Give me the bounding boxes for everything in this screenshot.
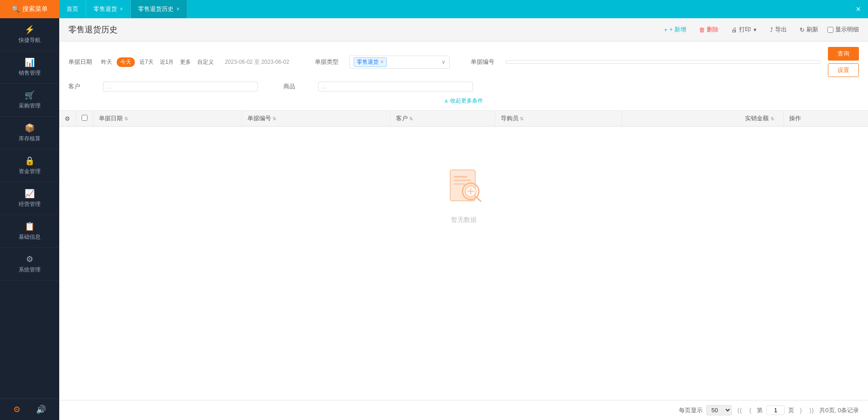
tab-home[interactable]: 首页 [59, 0, 86, 18]
shortcut-today[interactable]: 今天 [117, 57, 135, 67]
table-header-row: ⚙ 单据日期 ⇅ 单据编号 ⇅ [59, 111, 868, 127]
shortcut-7days[interactable]: 近7天 [138, 57, 155, 67]
tab-retail-return[interactable]: 零售退货 × [86, 0, 131, 18]
date-range-value: 2023-06-02 至 2023-06-02 [225, 58, 289, 66]
inventory-icon: 📦 [25, 123, 35, 133]
first-page-btn[interactable]: ⟨⟨ [735, 406, 744, 415]
customer-input[interactable]: ... [103, 82, 258, 92]
doc-type-select[interactable]: 零售退货 × ∨ [349, 56, 450, 69]
empty-state-row: 暂无数据 [59, 127, 868, 261]
display-detail-wrap: 显示明细 [827, 26, 859, 34]
sidebar-item-inventory[interactable]: 📦 库存核算 [0, 117, 59, 149]
select-all-checkbox[interactable] [82, 115, 87, 121]
export-label: 导出 [775, 26, 787, 34]
filter-settings-button[interactable]: 设置 [828, 63, 859, 77]
settings-bottom-icon[interactable]: ⚙ [13, 405, 21, 415]
page-input[interactable] [766, 405, 785, 415]
page-title: 零售退货历史 [68, 24, 118, 35]
print-dropdown-icon: ▼ [753, 27, 757, 32]
th-customer-label: 客户 [396, 115, 408, 122]
amount-sort-icon[interactable]: ⇅ [770, 116, 774, 121]
sales-icon: 📊 [25, 57, 35, 67]
purchase-icon: 🛒 [25, 90, 35, 100]
th-actual-amount-label: 实销金额 [745, 115, 769, 122]
operations-icon: 📈 [25, 189, 35, 199]
page-suffix: 页 [788, 406, 794, 415]
date-shortcuts: 昨天 今天 近7天 近1月 更多 自定义 [99, 57, 216, 67]
sidebar-item-basic-info[interactable]: 📋 基础信息 [0, 215, 59, 248]
tab-list: 首页 零售退货 × 零售退货历史 × [59, 0, 848, 18]
sidebar-item-finance[interactable]: 🔒 资金管理 [0, 149, 59, 182]
refresh-icon: ↻ [800, 26, 805, 33]
th-doc-date-label: 单据日期 [99, 115, 123, 122]
th-settings[interactable]: ⚙ [59, 111, 76, 127]
next-page-btn[interactable]: ⟩ [798, 406, 804, 415]
header-actions: + + 新增 🗑 删除 🖨 打印 ▼ ⤴ 导出 ↻ [660, 24, 859, 36]
per-page-select[interactable]: 50 10 20 100 [706, 405, 732, 415]
search-icon: 🔍 [12, 5, 20, 13]
page-label: 第 [757, 406, 763, 415]
sidebar-item-label-finance: 资金管理 [19, 168, 41, 175]
date-filter-label: 单据日期 [68, 58, 92, 66]
goods-input[interactable]: ... [318, 82, 473, 92]
filter-row-1: 单据日期 昨天 今天 近7天 近1月 更多 自定义 2023-06-02 至 2… [68, 47, 859, 77]
tab-retail-return-history-close[interactable]: × [176, 6, 180, 12]
th-checkbox[interactable] [76, 111, 93, 127]
th-customer: 客户 ⇅ [390, 111, 495, 127]
shortcut-custom[interactable]: 自定义 [195, 57, 216, 67]
th-doc-no-label: 单据编号 [247, 115, 271, 122]
shortcut-more[interactable]: 更多 [178, 57, 193, 67]
sidebar-item-system-mgmt[interactable]: ⚙ 系统管理 [0, 248, 59, 281]
sidebar-item-quick-nav[interactable]: ⚡ 快捷导航 [0, 18, 59, 51]
display-detail-checkbox[interactable] [827, 27, 833, 33]
query-button[interactable]: 查询 [828, 47, 859, 61]
doc-no-input[interactable] [505, 60, 821, 64]
volume-icon[interactable]: 🔊 [36, 405, 46, 415]
sidebar-item-label-quick-nav: 快捷导航 [19, 36, 41, 44]
tab-retail-return-close[interactable]: × [120, 6, 123, 12]
customer-label: 客户 [68, 82, 96, 91]
print-icon: 🖨 [731, 26, 737, 33]
print-label: 打印 [739, 26, 751, 34]
data-table: ⚙ 单据日期 ⇅ 单据编号 ⇅ [59, 111, 868, 261]
print-button[interactable]: 🖨 打印 ▼ [728, 24, 761, 36]
delete-icon: 🗑 [699, 26, 705, 33]
doc-type-chip: 零售退货 × [354, 57, 387, 67]
sidebar-item-sales-mgmt[interactable]: 📊 销售管理 [0, 51, 59, 84]
sidebar: ⚡ 快捷导航 📊 销售管理 🛒 采购管理 📦 库存核算 🔒 资金管理 📈 经营管… [0, 18, 59, 420]
sidebar-item-operations[interactable]: 📈 经营管理 [0, 182, 59, 215]
refresh-button[interactable]: ↻ 刷新 [796, 24, 822, 36]
new-button[interactable]: + + 新增 [660, 24, 690, 36]
sidebar-item-purchase-mgmt[interactable]: 🛒 采购管理 [0, 84, 59, 117]
data-table-wrap: ⚙ 单据日期 ⇅ 单据编号 ⇅ [59, 111, 868, 400]
doc-no-sort-icon[interactable]: ⇅ [272, 116, 276, 121]
sidebar-item-label-operations: 经营管理 [19, 200, 41, 208]
th-doc-no: 单据编号 ⇅ [241, 111, 390, 127]
doc-type-chip-label: 零售退货 [357, 58, 379, 66]
export-button[interactable]: ⤴ 导出 [766, 24, 791, 36]
prev-page-btn[interactable]: ⟨ [747, 406, 753, 415]
customer-sort-icon[interactable]: ⇅ [409, 116, 413, 121]
close-icon: × [856, 5, 861, 14]
search-menu-btn[interactable]: 🔍 搜索菜单 [0, 0, 59, 18]
query-actions: 查询 设置 [828, 47, 859, 77]
pagination: 每页显示 50 10 20 100 ⟨⟨ ⟨ 第 页 ⟩ ⟩⟩ 共0页, 0条记… [59, 400, 868, 420]
customer-placeholder: ... [107, 83, 112, 90]
last-page-btn[interactable]: ⟩⟩ [807, 406, 816, 415]
window-close-btn[interactable]: × [848, 5, 868, 14]
doc-type-chip-close[interactable]: × [380, 59, 384, 65]
export-icon: ⤴ [770, 26, 773, 33]
shortcut-1month[interactable]: 近1月 [158, 57, 176, 67]
tab-retail-return-history[interactable]: 零售退货历史 × [131, 0, 187, 18]
empty-state-cell: 暂无数据 [59, 127, 868, 261]
doc-no-label: 单据编号 [471, 58, 498, 66]
guide-sort-icon[interactable]: ⇅ [520, 116, 524, 121]
main-layout: ⚡ 快捷导航 📊 销售管理 🛒 采购管理 📦 库存核算 🔒 资金管理 📈 经营管… [0, 18, 868, 420]
table-body: 暂无数据 [59, 127, 868, 261]
delete-button[interactable]: 🗑 删除 [695, 24, 722, 36]
collapse-filter-btn[interactable]: ∧ 收起更多条件 [444, 97, 483, 105]
doc-date-sort-icon[interactable]: ⇅ [124, 116, 128, 121]
sidebar-item-label-system: 系统管理 [19, 266, 41, 274]
th-guide: 导购员 ⇅ [495, 111, 621, 127]
shortcut-yesterday[interactable]: 昨天 [99, 57, 114, 67]
